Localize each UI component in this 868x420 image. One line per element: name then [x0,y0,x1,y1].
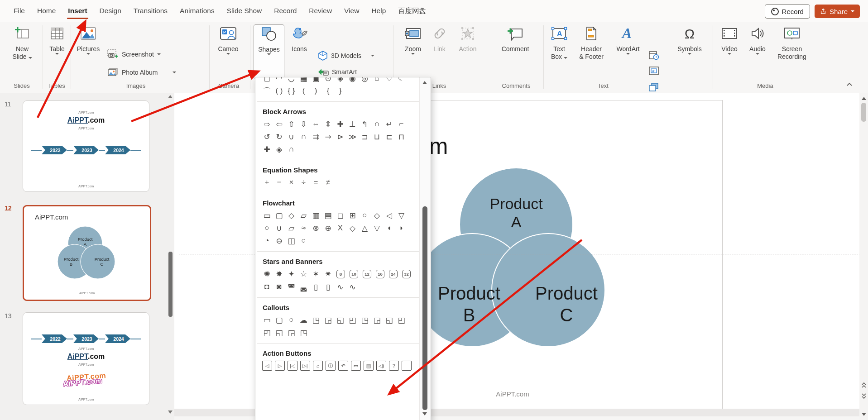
shape-glyph[interactable]: ⊙ [322,77,334,85]
shape-glyph[interactable]: ≈ [297,222,310,234]
shape-glyph[interactable]: ☆ [297,267,310,280]
shape-glyph[interactable]: − [273,176,285,189]
shape-glyph[interactable]: ∩ [297,130,310,143]
shape-glyph[interactable]: 32 [402,270,411,278]
next-slide-button[interactable] [859,391,868,401]
shape-glyph[interactable]: ◱ [273,326,285,339]
shape-glyph[interactable]: ⊞ [346,209,359,222]
slide-thumbnail-12[interactable]: AiPPT.com Product A Product B Product C … [23,205,151,301]
shape-glyph[interactable]: ◁ [262,361,272,371]
shape-glyph[interactable]: ↰ [359,118,371,130]
smartart-button[interactable]: SmartArt [318,67,357,76]
shape-glyph[interactable]: { [322,85,334,97]
shape-glyph[interactable]: △ [359,222,371,234]
shape-glyph[interactable]: ◰ [346,314,359,326]
shape-glyph[interactable]: } [334,85,346,97]
shape-glyph[interactable]: ? [389,361,399,371]
shape-glyph[interactable]: 12 [363,270,371,278]
shape-glyph[interactable]: ⊔ [371,130,383,143]
dropdown-scrollbar[interactable] [419,77,431,420]
shape-glyph[interactable]: 10 [350,270,358,278]
symbols-button[interactable]: Ω Symbols [674,24,705,78]
shape-glyph[interactable]: ⌐ [395,118,408,130]
panel-scrollbar-thumb[interactable] [168,252,173,317]
shape-glyph[interactable]: ÷ [297,176,310,189]
shape-glyph[interactable]: = [310,176,322,189]
menu-tab-record[interactable]: Record [274,7,297,15]
shape-glyph[interactable]: ⇕ [322,118,334,130]
scroll-up-icon[interactable] [422,81,427,84]
video-button[interactable]: Video [718,24,741,78]
screenshot-button[interactable]: Screenshot [107,49,161,60]
shape-glyph[interactable]: ◈ [334,77,346,85]
cameo-button[interactable]: P Cameo [214,24,243,78]
shape-glyph[interactable]: ◳ [310,314,322,326]
share-button[interactable]: Share [815,5,860,18]
action-button[interactable]: Action [455,24,481,78]
shape-glyph[interactable]: 24 [389,270,398,278]
shape-glyph[interactable]: ◙ [273,281,285,293]
shape-glyph[interactable]: ○ [261,222,273,234]
shape-glyph[interactable]: ⌒ [261,85,273,97]
shape-glyph[interactable]: ∿ [334,281,346,293]
shape-glyph[interactable]: ⊥ [346,118,359,130]
menu-tab-transitions[interactable]: Transitions [134,7,168,15]
main-scrollbar-thumb[interactable] [861,103,866,122]
shape-glyph[interactable]: ↺ [261,130,273,143]
object-button[interactable] [648,82,659,92]
shape-glyph[interactable]: ⊳ [334,130,346,143]
shape-glyph[interactable]: ⊐ [359,130,371,143]
menu-tab-review[interactable]: Review [309,7,332,15]
shape-glyph[interactable]: ▥ [310,209,322,222]
shape-glyph[interactable]: ◛ [297,281,310,293]
date-time-button[interactable] [648,50,659,61]
shape-glyph[interactable]: ◁) [376,361,386,371]
shape-glyph[interactable]: ▤ [322,209,334,222]
shape-glyph[interactable]: ⊏ [383,130,395,143]
shape-glyph[interactable]: ⓘ [326,361,336,371]
shape-glyph[interactable]: ≫ [346,130,359,143]
shape-glyph[interactable]: ⊕ [322,222,334,234]
shape-glyph[interactable]: ◳ [297,326,310,339]
menu-tab-help[interactable]: Help [371,7,386,15]
shape-glyph[interactable]: ▣ [310,77,322,85]
shape-glyph[interactable]: ▱ [285,222,297,234]
shape-glyph[interactable]: ✺ [261,267,273,280]
scroll-up-icon[interactable] [168,95,173,98]
shape-glyph[interactable]: ) [310,85,322,97]
shape-glyph[interactable]: ⇛ [322,130,334,143]
new-slide-button[interactable]: New Slide [6,24,38,78]
shape-glyph[interactable]: ⌂ [371,77,383,85]
photo-album-button[interactable]: Photo Album [107,67,176,78]
shape-glyph[interactable]: ◰ [261,326,273,339]
scroll-down-icon[interactable] [168,410,173,414]
shape-glyph[interactable]: ◘ [261,281,273,293]
shape-glyph[interactable]: ⌂ [313,361,323,371]
shape-glyph[interactable]: ↵ [383,118,395,130]
shape-glyph[interactable]: ◱ [334,314,346,326]
shape-glyph[interactable]: ◰ [395,314,408,326]
audio-button[interactable]: Audio [746,24,769,78]
shape-glyph[interactable]: ▭ [351,361,361,371]
shape-glyph[interactable]: + [261,176,273,189]
shape-glyph[interactable]: ✦ [285,267,297,280]
shape-glyph[interactable]: ↶ [338,361,348,371]
shape-glyph[interactable]: ∩ [371,118,383,130]
shape-glyph[interactable]: ⇉ [310,130,322,143]
shape-glyph[interactable]: ◲ [322,314,334,326]
menu-tab-home[interactable]: Home [37,7,56,15]
3d-models-button[interactable]: 3D Models [318,51,374,61]
shape-glyph[interactable]: ∩ [285,143,297,156]
shape-glyph[interactable]: ○ [359,209,371,222]
shape-glyph[interactable]: ⊗ [310,222,322,234]
shape-glyph[interactable]: ↻ [273,130,285,143]
menu-tab-insert[interactable]: Insert [68,7,87,15]
shape-glyph[interactable]: ( ) [273,85,285,97]
scroll-up-icon[interactable] [859,94,868,103]
shape-glyph[interactable]: ⇨ [261,118,273,130]
shape-glyph[interactable]: ✸ [273,267,285,280]
shape-glyph[interactable]: ◠ [273,77,285,85]
shape-glyph[interactable]: ◉ [346,77,359,85]
shape-glyph[interactable]: ∪ [285,130,297,143]
shape-glyph[interactable]: ▭ [261,209,273,222]
